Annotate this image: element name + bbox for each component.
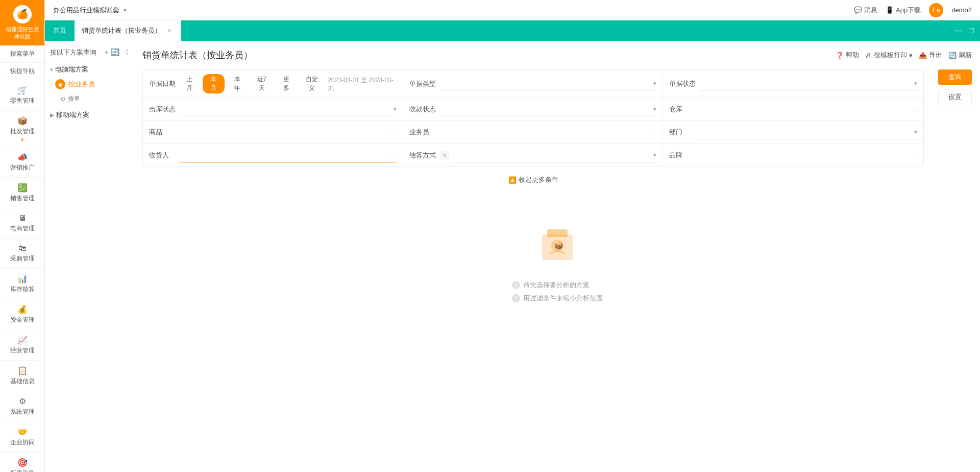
date-more-btn[interactable]: 更多 (276, 74, 296, 93)
receiver-input[interactable]: … (179, 148, 397, 162)
header-dropdown-icon[interactable]: ▾ (124, 7, 127, 14)
payment-select[interactable]: ▾ (452, 148, 656, 162)
collapse-label: 收起更多条件 (519, 175, 558, 184)
sidebar-item-wholesale[interactable]: 📦 批发管理 ▲ (0, 111, 44, 147)
collapse-panel-btn[interactable]: 《 (121, 48, 129, 57)
print-btn[interactable]: 🖨 按模板打印 ▾ (865, 51, 913, 60)
product-label: 商品 (149, 128, 175, 137)
mobile-arrow: ▶ (50, 112, 54, 119)
print-dropdown-icon: ▾ (909, 52, 913, 59)
tab-close-icon[interactable]: × (165, 27, 174, 35)
sidebar-item-finance[interactable]: 💰 资金管理 (0, 299, 44, 330)
sidebar-item-enterprise[interactable]: 🤝 企业协同 (0, 422, 44, 453)
tab-home-label: 首页 (53, 26, 66, 35)
doc-status-label: 单据状态 (669, 79, 696, 88)
warehouse-label: 仓库 (669, 105, 695, 114)
sub-doc-icon: ⚙ (60, 96, 66, 103)
system-label: 系统管理 (10, 408, 35, 416)
tab-bar: 首页 销货单统计表（按业务员） × — □ (45, 20, 980, 41)
date-last-month-btn[interactable]: 上月 (180, 74, 200, 93)
out-status-select[interactable]: ▾ (180, 102, 397, 116)
date-this-month-btn[interactable]: 本月 (203, 74, 225, 93)
sidebar-item-basic-info[interactable]: 📋 基础信息 (0, 361, 44, 391)
pc-section-title[interactable]: ▾ 电脑端方案 (45, 62, 134, 77)
filter-section: 单据日期 上月 本月 本年 近7天 更多 自定义 2023-03-01 至 20… (142, 69, 924, 167)
doc-type-label: 单据类型 (409, 79, 436, 88)
salesperson-input[interactable]: … (439, 125, 657, 139)
sub-item-by-doc[interactable]: ⚙ 按单 (45, 92, 134, 106)
sidebar-item-retail[interactable]: 🛒 零售管理 (0, 80, 44, 111)
warehouse-dots[interactable]: … (911, 106, 917, 113)
filter-warehouse-cell: 仓库 … (663, 98, 923, 121)
sidebar-item-marketing[interactable]: 📣 营销推广 (0, 147, 44, 178)
warehouse-input[interactable]: … (699, 102, 917, 116)
print-label: 按模板打印 (874, 51, 907, 60)
sidebar-item-ecommerce[interactable]: 🖥 电商管理 (0, 208, 44, 239)
header-title: 办公用品行业模拟账套 (53, 6, 119, 15)
salesperson-dots[interactable]: … (650, 129, 656, 136)
receive-status-select[interactable]: ▾ (440, 102, 657, 116)
settings-button[interactable]: 设置 (938, 89, 972, 105)
help-btn[interactable]: ❓ 帮助 (836, 51, 859, 60)
user-name[interactable]: demo2 (951, 6, 972, 14)
operations-icon: 📈 (17, 335, 28, 345)
finance-icon: 💰 (17, 304, 28, 314)
message-action[interactable]: 💬 消息 (854, 6, 877, 15)
sidebar-logo[interactable]: 🍊 畅捷通好生意 标准版 (0, 0, 44, 45)
date-last7-btn[interactable]: 近7天 (250, 74, 273, 93)
doc-status-select[interactable]: ▾ (700, 77, 917, 91)
action-buttons: 查询 设置 (938, 69, 972, 105)
collapse-icon: 🔼 (508, 176, 517, 184)
pc-section-arrow: ▾ (50, 66, 53, 73)
sidebar-item-operations[interactable]: 📈 经营管理 (0, 330, 44, 361)
purchase-label: 采购管理 (10, 254, 35, 263)
sidebar-item-purchase[interactable]: 🛍 采购管理 (0, 239, 44, 269)
tip-num-2: 2 (512, 294, 520, 302)
ecommerce-icon: 🖥 (18, 214, 27, 223)
wholesale-icon: 📦 (17, 116, 28, 126)
purchase-icon: 🛍 (18, 244, 27, 253)
mobile-section[interactable]: ▶ 移动端方案 (45, 108, 134, 122)
date-this-year-btn[interactable]: 本年 (228, 74, 248, 93)
refresh-label: 刷新 (959, 51, 972, 60)
tab-maximize-btn[interactable]: □ (967, 24, 976, 37)
tab-sales-stat[interactable]: 销货单统计表（按业务员） × (75, 20, 181, 41)
doc-type-select[interactable]: ▾ (440, 77, 657, 91)
collapse-conditions-btn[interactable]: 🔼 收起更多条件 (142, 171, 924, 188)
sidebar-search-menu[interactable]: 搜索菜单 (0, 45, 44, 63)
scheme-salesperson-item[interactable]: ◉ 按业务员 (45, 77, 134, 92)
add-scheme-btn[interactable]: + (105, 48, 109, 57)
product-input[interactable]: … (179, 125, 397, 139)
sidebar-item-inventory[interactable]: 📊 库存核算 (0, 269, 44, 299)
department-select[interactable]: ▾ (699, 125, 917, 139)
date-custom-btn[interactable]: 自定义 (299, 74, 325, 93)
sidebar-quick-nav[interactable]: 快捷导航 (0, 63, 44, 80)
basic-info-icon: 📋 (17, 366, 28, 375)
tab-minimize-btn[interactable]: — (952, 24, 965, 37)
sidebar-item-guide[interactable]: 🎯 新手引导 (0, 453, 44, 472)
app-download-action[interactable]: 📱 App下载 (886, 6, 921, 15)
export-btn[interactable]: 📤 导出 (919, 51, 942, 60)
query-button[interactable]: 查询 (938, 69, 972, 85)
left-panel-pc-section: ▾ 电脑端方案 ◉ 按业务员 ⚙ 按单 (45, 62, 134, 106)
brand-dots[interactable]: … (911, 152, 917, 159)
sales-label: 销售管理 (10, 194, 35, 203)
payment-arrow: ▾ (653, 152, 656, 158)
empty-state: 📦 1 请先选择要分析的方案 2 用过滤条件来缩小分析范围 (142, 188, 972, 334)
brand-input[interactable]: … (699, 148, 917, 162)
department-label: 部门 (669, 128, 695, 137)
receive-status-arrow: ▾ (653, 106, 656, 112)
refresh-scheme-icon[interactable]: 🔄 (111, 48, 119, 57)
tab-home[interactable]: 首页 (45, 20, 75, 41)
sidebar-item-system[interactable]: ⚙ 系统管理 (0, 391, 44, 422)
user-avatar[interactable]: Ea (929, 3, 943, 17)
date-filter-group: 上月 本月 本年 近7天 更多 自定义 2023-03-01 至 2023-03… (180, 74, 397, 93)
left-panel-actions: + 🔄 《 (105, 48, 129, 57)
receiver-dots[interactable]: … (390, 152, 397, 159)
refresh-btn[interactable]: 🔄 刷新 (948, 51, 972, 60)
payment-tag-close[interactable]: × (443, 152, 446, 158)
guide-icon: 🎯 (17, 458, 28, 467)
search-menu-label: 搜索菜单 (10, 50, 35, 57)
sidebar-item-sales[interactable]: 💹 销售管理 (0, 178, 44, 208)
product-dots[interactable]: … (390, 129, 397, 136)
